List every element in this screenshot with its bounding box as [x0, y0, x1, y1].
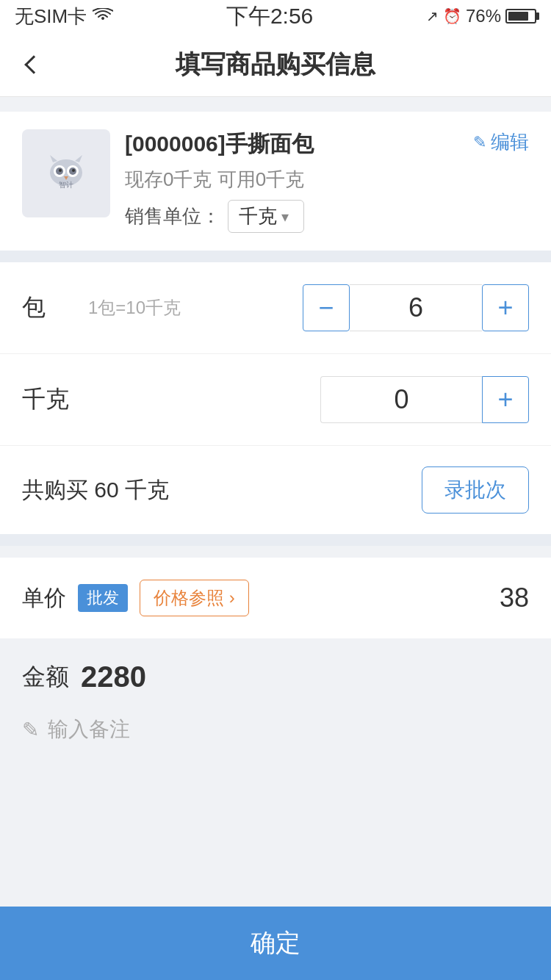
price-row: 单价 批发 价格参照 › 38 — [0, 558, 551, 638]
price-type-tag: 批发 — [78, 584, 128, 612]
price-value: 38 — [500, 583, 529, 613]
divider-1 — [0, 251, 551, 262]
batch-button[interactable]: 录批次 — [422, 466, 529, 514]
dropdown-caret-icon: ▾ — [281, 208, 289, 226]
bao-sublabel: 1包=10千克 — [88, 296, 303, 320]
confirm-bar[interactable]: 确定 — [0, 907, 551, 980]
bao-increment-button[interactable]: + — [482, 284, 529, 331]
product-info: [0000006]手撕面包 现存0千克 可用0千克 销售单位： 千克 ▾ — [125, 129, 458, 233]
wifi-icon — [93, 5, 113, 28]
pencil-icon: ✎ — [22, 718, 39, 742]
kg-input-row: 千克 + — [0, 354, 551, 446]
price-label: 单价 — [22, 583, 66, 613]
status-carrier: 无SIM卡 — [15, 4, 113, 29]
bao-input-section: 包 1包=10千克 − + 千克 + — [0, 262, 551, 446]
note-placeholder: 输入备注 — [48, 716, 130, 743]
product-thumbnail: 智计 — [22, 129, 110, 217]
unit-value: 千克 — [239, 203, 277, 229]
product-name: [0000006]手撕面包 — [125, 129, 458, 159]
amount-row: 金额 2280 — [22, 660, 529, 693]
kg-increment-button[interactable]: + — [482, 376, 529, 423]
amount-section: 金额 2280 ✎ 输入备注 — [0, 638, 551, 765]
bao-quantity-input[interactable] — [350, 284, 482, 331]
battery-icon — [505, 9, 536, 24]
edit-button[interactable]: ✎ 编辑 — [473, 129, 529, 155]
product-image-placeholder: 智计 — [44, 152, 88, 195]
bao-input-controls: − + — [303, 284, 529, 331]
status-right: ↗ ⏰ 76% — [426, 6, 536, 26]
battery-percent: 76% — [466, 6, 501, 26]
price-ref-button[interactable]: 价格参照 › — [140, 580, 249, 616]
page-title: 填写商品购买信息 — [176, 48, 375, 82]
status-bar: 无SIM卡 下午2:56 ↗ ⏰ 76% — [0, 0, 551, 32]
product-card: 智计 [0000006]手撕面包 现存0千克 可用0千克 销售单位： 千克 ▾ … — [0, 112, 551, 251]
svg-text:智计: 智计 — [59, 181, 73, 189]
bao-label: 包 — [22, 292, 81, 324]
divider-2 — [0, 534, 551, 546]
amount-label: 金额 — [22, 661, 69, 693]
summary-row: 共购买 60 千克 录批次 — [0, 446, 551, 534]
kg-input-controls: + — [320, 376, 529, 423]
confirm-button-label: 确定 — [251, 926, 300, 960]
back-button[interactable] — [18, 48, 50, 81]
price-section: 单价 批发 价格参照 › 38 — [0, 558, 551, 638]
edit-label: 编辑 — [491, 129, 529, 155]
alarm-icon: ⏰ — [443, 7, 461, 25]
note-row[interactable]: ✎ 输入备注 — [22, 708, 529, 751]
unit-dropdown[interactable]: 千克 ▾ — [228, 200, 304, 233]
svg-point-6 — [72, 169, 75, 172]
kg-quantity-input[interactable] — [320, 376, 482, 423]
bao-input-row: 包 1包=10千克 − + — [0, 262, 551, 354]
svg-point-5 — [59, 169, 62, 172]
summary-text: 共购买 60 千克 — [22, 475, 169, 505]
amount-value: 2280 — [81, 660, 146, 693]
kg-label: 千克 — [22, 383, 81, 416]
carrier-text: 无SIM卡 — [15, 4, 87, 29]
product-stock: 现存0千克 可用0千克 — [125, 167, 458, 192]
edit-icon: ✎ — [473, 133, 486, 152]
location-icon: ↗ — [426, 7, 439, 25]
product-unit-row: 销售单位： 千克 ▾ — [125, 200, 458, 233]
nav-bar: 填写商品购买信息 — [0, 32, 551, 97]
back-arrow-icon — [24, 55, 43, 73]
bottom-padding — [0, 765, 551, 854]
unit-label: 销售单位： — [125, 203, 220, 229]
status-time: 下午2:56 — [226, 1, 313, 32]
bao-decrement-button[interactable]: − — [303, 284, 350, 331]
